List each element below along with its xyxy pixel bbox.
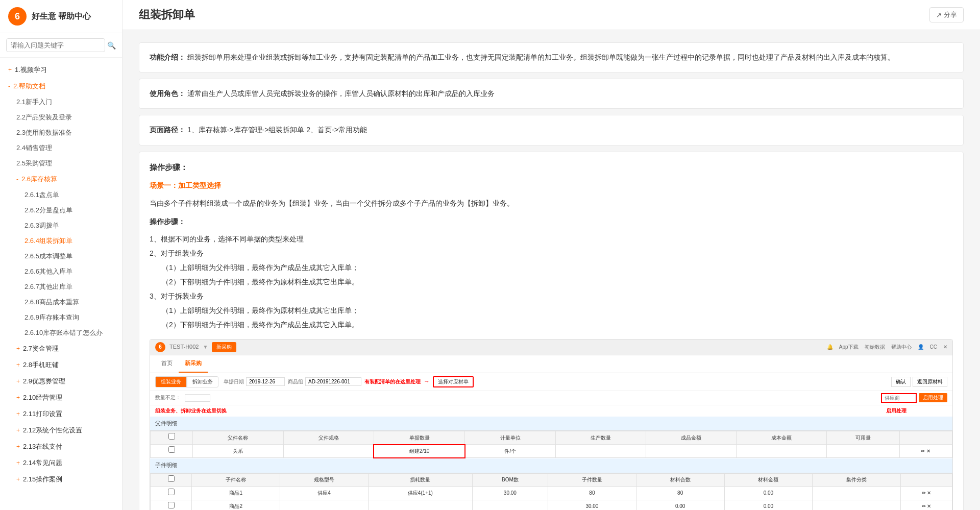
ss-type-tab-disassembly[interactable]: 拆卸业务 xyxy=(187,376,218,387)
ss-system-id: TEST-H002 xyxy=(169,342,199,352)
nav-sub-item-2-2[interactable]: 2.2产品安装及登录 xyxy=(0,110,122,125)
nav-sub-item-2-6-3[interactable]: 2.6.3调拨单 xyxy=(8,218,122,233)
ss-td-prod-qty xyxy=(555,445,646,458)
main-content: 功能介绍： 组装拆卸单用来处理企业组装或拆卸等加工业务，支持有固定装配清单的产品… xyxy=(122,30,980,510)
ss-help-center: 帮助中心 xyxy=(891,343,912,352)
ss-new-btn[interactable]: 新采购 xyxy=(212,342,236,352)
ss-nav-purchase[interactable]: 新采购 xyxy=(179,355,208,373)
nav-sub-item-2-6-10[interactable]: 2.6.10库存账本错了怎么办 xyxy=(8,325,122,341)
nav-sub-item-2-6-1[interactable]: 2.6.1盘点单 xyxy=(8,187,122,203)
ss-lth-child-name: 子件名称 xyxy=(192,473,280,487)
ss-lower-row-edit-1[interactable]: ✏ xyxy=(922,490,926,496)
ss-assembly-annotation: 组装业务、拆卸业务在这里切换 xyxy=(155,406,227,416)
nav-sub-item-2-6-5[interactable]: 2.6.5成本调整单 xyxy=(8,249,122,264)
search-input[interactable] xyxy=(6,38,105,52)
nav-sub-item-2-6-2[interactable]: 2.6.2分量盘点单 xyxy=(8,203,122,218)
ss-lower-row-delete-1[interactable]: ✕ xyxy=(927,490,931,496)
path-intro-card: 页面路径： 1、库存核算->库存管理->组装拆卸单 2、首页->常用功能 xyxy=(139,115,964,145)
table-row: 关系 组建2/10 件/个 ✏ xyxy=(151,445,952,458)
ss-lth-material-count: 材料合数 xyxy=(636,473,724,487)
steps-card: 操作步骤： 场景一：加工类型选择 当由多个子件材料组装成一个成品的业务为【组装】… xyxy=(139,152,964,510)
sidebar-item-2-10[interactable]: + 2.10经营管理 xyxy=(0,390,122,406)
nav-sub-item-2-4[interactable]: 2.4销售管理 xyxy=(0,140,122,156)
ss-td-parent-name: 关系 xyxy=(193,445,283,458)
nav-sub-item-2-6-4[interactable]: 2.6.4组装拆卸单 xyxy=(8,233,122,249)
plus-icon-2-11: + xyxy=(16,410,20,418)
ss-nav-home[interactable]: 首页 xyxy=(155,355,179,373)
sidebar-item-1[interactable]: + 1.视频学习 xyxy=(0,62,122,78)
ss-lower-row-delete-2[interactable]: ✕ xyxy=(927,503,931,509)
ss-lower-td-loss-2 xyxy=(368,500,472,510)
sidebar-item-2-11[interactable]: + 2.11打印设置 xyxy=(0,406,122,422)
ss-row-delete-icon[interactable]: ✕ xyxy=(926,448,930,454)
nav-sub-item-2-6-6[interactable]: 2.6.6其他入库单 xyxy=(8,264,122,279)
main-area: 组装拆卸单 ↗ 分享 功能介绍： 组装拆卸单用来处理企业组装或拆卸等加工业务，支… xyxy=(122,0,980,510)
ss-date-label: 单据日期 xyxy=(224,377,244,386)
ss-td-doc-qty: 组建2/10 xyxy=(374,445,465,458)
ss-lower-td-child-qty-2: 30.00 xyxy=(548,500,636,510)
sidebar-item-2-14[interactable]: + 2.14常见问题 xyxy=(0,455,122,471)
ss-select-btn[interactable]: 选择对应材单 xyxy=(433,376,474,387)
ss-lower-row-cb-2[interactable] xyxy=(168,502,175,508)
sidebar-item-2-12[interactable]: + 2.12系统个性化设置 xyxy=(0,422,122,439)
plus-icon-2-8: + xyxy=(16,361,20,369)
page-title: 组装拆卸单 xyxy=(139,7,195,22)
function-intro-text: 组装拆卸单用来处理企业组装或拆卸等加工业务，支持有固定装配清单的产品加工业务，也… xyxy=(187,53,895,61)
plus-icon-1: + xyxy=(8,66,12,74)
share-icon: ↗ xyxy=(936,11,942,19)
sidebar-item-2-15[interactable]: + 2.15操作案例 xyxy=(0,471,122,488)
sidebar-logo: 6 好生意 帮助中心 xyxy=(0,0,122,33)
ss-type-tab-assembly[interactable]: 组装业务 xyxy=(155,376,187,387)
ss-return-btn[interactable]: 返回原材料 xyxy=(913,377,947,387)
ss-td-ops-1: ✏ ✕ xyxy=(899,445,952,458)
nav-sub-item-2-5[interactable]: 2.5采购管理 xyxy=(0,156,122,171)
table-row: 商品2 30.00 0.00 0.00 ✏ xyxy=(151,500,952,510)
ss-select-all-lower[interactable] xyxy=(168,475,175,482)
ss-th-doc-qty: 单据数量 xyxy=(374,431,465,445)
sidebar-item-2-9[interactable]: + 2.9优惠券管理 xyxy=(0,373,122,390)
plus-icon-2-15: + xyxy=(16,476,20,483)
nav-sub-item-2-6-8[interactable]: 2.6.8商品成本重算 xyxy=(8,295,122,310)
sidebar-item-2-13[interactable]: + 2.13在线支付 xyxy=(0,439,122,455)
search-button[interactable]: 🔍 xyxy=(107,41,116,50)
nav-sub-item-2-6-7[interactable]: 2.6.7其他出库单 xyxy=(8,279,122,295)
sidebar-item-2-8[interactable]: + 2.8手机旺铺 xyxy=(0,357,122,373)
share-button[interactable]: ↗ 分享 xyxy=(929,7,964,22)
ss-supplier-input[interactable] xyxy=(881,393,917,403)
role-intro-text: 通常由生产人员或库管人员完成拆装业务的操作，库管人员确认原材料的出库和产成品的入… xyxy=(187,89,495,98)
ss-enable-btn[interactable]: 启用处理 xyxy=(919,393,947,402)
ss-lth-spec: 规格型号 xyxy=(280,473,369,487)
path-intro-label: 页面路径： xyxy=(150,126,185,134)
scene1-desc: 当由多个子件材料组装成一个成品的业务为【组装】业务，当由一个父件拆分成多个子产品… xyxy=(150,196,953,210)
ss-lth-child-qty: 子件数量 xyxy=(548,473,636,487)
path-intro-text: 1、库存核算->库存管理->组装拆卸单 2、首页->常用功能 xyxy=(187,126,367,134)
ss-annotation1-container: 有装配清单的在这里处理 → 选择对应材单 xyxy=(364,376,474,387)
role-intro-label: 使用角色： xyxy=(150,89,185,98)
ss-group-input[interactable] xyxy=(305,377,361,386)
ss-lower-row-cb-1[interactable] xyxy=(168,489,175,495)
ss-th-parent-spec: 父件规格 xyxy=(283,431,374,445)
ss-lower-td-mat-amount-2: 0.00 xyxy=(724,500,813,510)
table-row: 商品1 供应4 供应4(1+1) 30.00 80 80 0.00 xyxy=(151,487,952,500)
plus-icon-2-13: + xyxy=(16,443,20,450)
sidebar-item-2[interactable]: - 2.帮助文档 xyxy=(0,78,122,94)
ss-lower-table-header-row: 子件名称 规格型号 损耗数量 BOM数 子件数量 材料合数 材料金额 集件分类 xyxy=(151,473,952,487)
ss-select-all-upper[interactable] xyxy=(168,433,175,440)
sidebar-item-2-6[interactable]: - 2.6库存核算 xyxy=(0,171,122,187)
ss-th-ops xyxy=(899,431,952,445)
ss-lower-td-loss-1: 供应4(1+1) xyxy=(368,487,472,500)
ss-lower-table-container: 子件明细 子件名称 规格型号 损耗数量 BOM数 子件数量 xyxy=(150,458,952,510)
ss-arrow-right: → xyxy=(424,376,430,387)
ss-td-unit: 件/个 xyxy=(465,445,555,458)
nav-sub-item-2-1[interactable]: 2.1新手入门 xyxy=(0,94,122,110)
ss-row-checkbox-1[interactable] xyxy=(168,446,175,453)
ss-row-edit-icon[interactable]: ✏ xyxy=(921,448,925,454)
ss-qty-input[interactable] xyxy=(185,394,210,402)
nav-sub-item-2-3[interactable]: 2.3使用前数据准备 xyxy=(0,125,122,140)
nav-sub-item-2-6-9[interactable]: 2.6.9库存账本查询 xyxy=(8,310,122,325)
ss-group-label: 商品组 xyxy=(288,377,303,386)
sidebar-item-2-7[interactable]: + 2.7资金管理 xyxy=(0,341,122,357)
ss-confirm-btn[interactable]: 确认 xyxy=(891,377,911,387)
ss-lower-row-edit-2[interactable]: ✏ xyxy=(922,503,926,509)
ss-date-input[interactable] xyxy=(246,377,285,386)
